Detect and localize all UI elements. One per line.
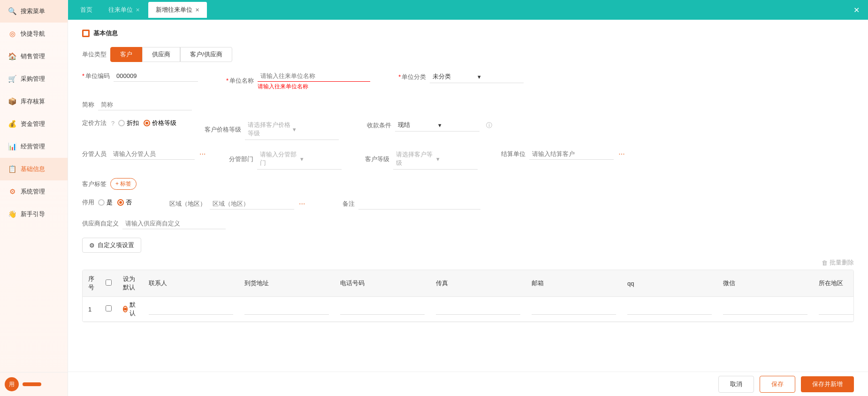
col-wechat: 微信	[717, 270, 813, 297]
customer-price-chevron: ▾	[293, 126, 336, 133]
disabled-no-circle	[117, 199, 124, 206]
disabled-no-radio[interactable]: 否	[117, 198, 132, 207]
window-close-button[interactable]: ✕	[850, 4, 863, 16]
pricing-help-icon[interactable]: ?	[111, 120, 114, 127]
sidebar-item-label: 新手引导	[21, 210, 45, 218]
row-contact-input[interactable]	[149, 303, 233, 315]
disabled-yes-radio[interactable]: 是	[98, 198, 113, 207]
sidebar-item-guide[interactable]: 👋 新手引导	[0, 203, 68, 225]
sidebar-item-basic[interactable]: 📋 基础信息	[0, 158, 68, 180]
row-phone-cell	[335, 297, 430, 322]
tab-home[interactable]: 首页	[73, 2, 100, 18]
row-qq-input[interactable]	[627, 303, 712, 315]
settlement-label: 结算单位	[501, 150, 525, 158]
customer-price-select[interactable]: 请选择客户价格等级 ▾	[245, 119, 339, 140]
add-tag-button[interactable]: + 标签	[110, 178, 137, 190]
unit-code-input[interactable]	[114, 70, 198, 82]
user-avatar: 用	[5, 377, 19, 391]
tags-row: 客户标签 + 标签	[82, 178, 854, 190]
short-name-input[interactable]	[98, 99, 192, 110]
row-fax-cell	[430, 297, 526, 322]
custom-settings-button[interactable]: ⚙ 自定义项设置	[82, 238, 141, 253]
col-qq: qq	[622, 270, 717, 297]
supplier-custom-label: 供应商自定义	[82, 219, 119, 228]
unit-name-input[interactable]	[258, 70, 370, 82]
unit-name-field: 单位名称 请输入往来单位名称	[226, 70, 370, 91]
payment-terms-help-icon[interactable]: ⓘ	[486, 121, 492, 130]
row-default-radio[interactable]: 默认	[123, 301, 137, 318]
row-wechat-input[interactable]	[723, 303, 807, 315]
customer-level-select[interactable]: 请选择客户等级 ▾	[393, 148, 478, 170]
system-icon: ⚙	[8, 187, 17, 196]
settlement-input[interactable]	[529, 148, 614, 160]
row-checkbox[interactable]	[106, 305, 112, 311]
row-fax-input[interactable]	[436, 303, 520, 315]
tab-new-partner[interactable]: 新增往来单位 ✕	[148, 2, 207, 18]
pricing-method-label: 定价方法	[82, 119, 107, 127]
sidebar-item-finance[interactable]: 💰 资金管理	[0, 113, 68, 135]
sidebar-item-operations[interactable]: 📊 经营管理	[0, 135, 68, 158]
sidebar: 🔍 搜索菜单 ◎ 快捷导航 🏠 销售管理 🛒 采购管理 📦 库存核算 💰 资金管…	[0, 0, 68, 396]
remark-field: 备注	[343, 198, 480, 210]
row-default-radio-circle	[123, 306, 128, 312]
row-region-input[interactable]	[819, 303, 854, 315]
sales-icon: 🏠	[8, 52, 17, 61]
sidebar-item-label: 基础信息	[21, 165, 45, 173]
sidebar-item-system[interactable]: ⚙ 系统管理	[0, 180, 68, 203]
remark-input[interactable]	[358, 198, 480, 210]
row-address-input[interactable]	[244, 303, 329, 315]
col-phone: 电话号码	[335, 270, 430, 297]
save-new-button[interactable]: 保存并新增	[801, 376, 854, 392]
unit-type-field: 单位类型 客户 供应商 客户/供应商	[82, 47, 232, 62]
payment-terms-value: 现结	[398, 121, 436, 129]
sidebar-item-search[interactable]: 🔍 搜索菜单	[0, 0, 68, 23]
supplier-custom-input[interactable]	[122, 218, 226, 229]
unit-category-select[interactable]: 未分类 ▾	[430, 70, 524, 83]
sidebar-item-quicknav[interactable]: ◎ 快捷导航	[0, 23, 68, 45]
pricing-row: 定价方法 ? 折扣 价格等级 客户价格等级 请选择客户价格等级	[82, 119, 854, 140]
region-input[interactable]	[210, 198, 294, 210]
tab-partners[interactable]: 往来单位 ✕	[101, 2, 147, 18]
cancel-button[interactable]: 取消	[718, 376, 754, 393]
sidebar-item-label: 快捷导航	[21, 30, 45, 38]
tab-partners-close[interactable]: ✕	[136, 7, 140, 13]
custom-settings-label: 自定义项设置	[98, 241, 134, 249]
row-email-cell	[526, 297, 622, 322]
supplier-custom-row: 供应商自定义	[82, 218, 854, 229]
table-row: 1 默认	[83, 297, 854, 322]
row-phone-input[interactable]	[340, 303, 425, 315]
customer-price-field: 客户价格等级 请选择客户价格等级 ▾	[205, 119, 339, 140]
sidebar-item-sales[interactable]: 🏠 销售管理	[0, 45, 68, 68]
contacts-table-wrapper: 序号 设为默认 联系人 到货地址 电话号码 传真 邮箱 qq 微信 所在地区 操…	[82, 270, 854, 322]
sidebar-item-purchase[interactable]: 🛒 采购管理	[0, 68, 68, 90]
row-default-cell: 默认	[117, 297, 143, 322]
department-select[interactable]: 请输入分管部门 ▾	[257, 148, 342, 170]
row-wechat-cell	[717, 297, 813, 322]
section-header: 基本信息	[82, 29, 854, 38]
manager-input[interactable]	[110, 148, 195, 160]
region-field: 区域（地区） ···	[169, 198, 305, 210]
settlement-more-icon[interactable]: ···	[618, 150, 624, 158]
select-all-checkbox[interactable]	[106, 280, 112, 286]
pricing-level-radio[interactable]: 价格等级	[144, 119, 176, 127]
disabled-label: 停用	[82, 198, 94, 207]
unit-type-both-btn[interactable]: 客户/供应商	[180, 47, 232, 62]
batch-delete-area: 🗑 批量删除	[82, 258, 854, 267]
batch-delete-label[interactable]: 批量删除	[830, 258, 854, 267]
customer-level-field: 客户等级 请选择客户等级 ▾	[365, 148, 478, 170]
manager-more-icon[interactable]: ···	[199, 150, 206, 158]
save-button[interactable]: 保存	[760, 376, 795, 393]
unit-type-group: 客户 供应商 客户/供应商	[110, 47, 232, 62]
sidebar-item-inventory[interactable]: 📦 库存核算	[0, 90, 68, 113]
sidebar-item-label: 资金管理	[21, 120, 45, 128]
unit-type-customer-btn[interactable]: 客户	[110, 47, 142, 62]
tab-new-partner-close[interactable]: ✕	[195, 7, 199, 13]
disabled-no-label: 否	[126, 198, 132, 207]
tab-partners-label: 往来单位	[108, 6, 133, 14]
payment-terms-label: 收款条件	[367, 121, 391, 130]
row-email-input[interactable]	[532, 303, 616, 315]
unit-type-supplier-btn[interactable]: 供应商	[142, 47, 180, 62]
region-more-icon[interactable]: ···	[299, 200, 305, 208]
payment-terms-select[interactable]: 现结 ▾	[395, 119, 480, 132]
pricing-discount-radio[interactable]: 折扣	[118, 119, 139, 127]
